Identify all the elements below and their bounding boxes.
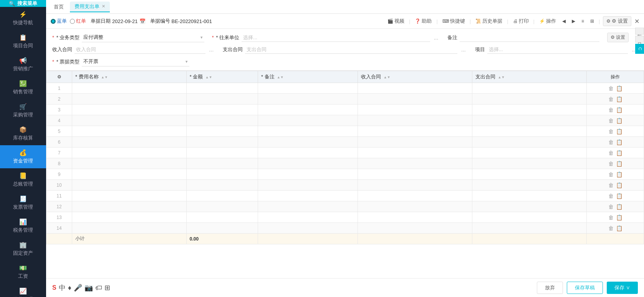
delete-row-icon[interactable]: 🗑 xyxy=(608,128,614,134)
cell-notes[interactable] xyxy=(258,223,358,234)
cell-income-contract[interactable] xyxy=(358,83,472,94)
cell-notes[interactable] xyxy=(258,137,358,148)
sidebar-item-finance[interactable]: 💰 资金管理 xyxy=(0,145,46,168)
right-tab-attach[interactable]: 附 xyxy=(635,28,644,35)
sidebar-item-purchase[interactable]: 🛒 采购管理 xyxy=(0,99,46,122)
delete-row-icon[interactable]: 🗑 xyxy=(608,204,614,210)
cell-amount[interactable] xyxy=(186,223,258,234)
save-button[interactable]: 保存 ∨ xyxy=(607,282,638,294)
delete-row-icon[interactable]: 🗑 xyxy=(608,225,614,231)
cell-notes[interactable] xyxy=(258,115,358,126)
nav-next-btn[interactable]: ▶ xyxy=(570,18,577,25)
cell-expense-name[interactable] xyxy=(72,126,187,137)
footer-icon-grid[interactable]: ⊞ xyxy=(104,284,110,292)
cell-expense-contract[interactable] xyxy=(472,148,587,158)
cell-income-contract[interactable] xyxy=(358,201,472,212)
cell-notes[interactable] xyxy=(258,126,358,137)
cell-amount[interactable] xyxy=(186,191,258,201)
copy-row-icon[interactable]: 📋 xyxy=(616,96,622,102)
cell-notes[interactable] xyxy=(258,105,358,115)
delete-row-icon[interactable]: 🗑 xyxy=(608,118,614,124)
cell-amount[interactable] xyxy=(186,115,258,126)
cell-expense-contract[interactable] xyxy=(472,201,587,212)
cell-notes[interactable] xyxy=(258,212,358,223)
view-grid-btn[interactable]: ⊞ xyxy=(589,18,596,25)
col-gear[interactable]: ⚙ xyxy=(46,71,72,83)
cell-expense-contract[interactable] xyxy=(472,212,587,223)
cell-notes[interactable] xyxy=(258,169,358,180)
cell-expense-contract[interactable] xyxy=(472,83,587,94)
cell-expense-name[interactable] xyxy=(72,115,187,126)
cell-income-contract[interactable] xyxy=(358,126,472,137)
cell-expense-name[interactable] xyxy=(72,137,187,148)
cell-expense-contract[interactable] xyxy=(472,126,587,137)
delete-row-icon[interactable]: 🗑 xyxy=(608,96,614,102)
cell-income-contract[interactable] xyxy=(358,105,472,115)
cell-income-contract[interactable] xyxy=(358,191,472,201)
delete-row-icon[interactable]: 🗑 xyxy=(608,139,614,145)
col-amount[interactable]: * 金额 ▲▼ xyxy=(186,71,258,83)
cell-income-contract[interactable] xyxy=(358,94,472,105)
footer-icon-mic[interactable]: 🎤 xyxy=(74,284,82,292)
cell-expense-contract[interactable] xyxy=(472,169,587,180)
footer-icon-camera[interactable]: 📷 xyxy=(84,284,93,292)
cell-amount[interactable] xyxy=(186,180,258,191)
print-btn[interactable]: 🖨 打印 xyxy=(512,17,530,25)
copy-row-icon[interactable]: 📋 xyxy=(616,150,622,156)
cell-income-contract[interactable] xyxy=(358,169,472,180)
nav-prev-btn[interactable]: ◀ xyxy=(561,18,567,25)
cell-expense-name[interactable] xyxy=(72,180,187,191)
cell-expense-name[interactable] xyxy=(72,105,187,115)
copy-row-icon[interactable]: 📋 xyxy=(616,161,622,167)
radio-red-input[interactable] xyxy=(70,19,75,24)
delete-row-icon[interactable]: 🗑 xyxy=(608,150,614,156)
copy-row-icon[interactable]: 📋 xyxy=(616,214,622,221)
cell-expense-name[interactable] xyxy=(72,212,187,223)
help-btn[interactable]: ❓ 助助 xyxy=(413,17,433,25)
cell-expense-contract[interactable] xyxy=(472,137,587,148)
income-contract-input[interactable] xyxy=(74,45,205,54)
cell-amount[interactable] xyxy=(186,105,258,115)
project-input[interactable] xyxy=(487,45,628,54)
cell-expense-contract[interactable] xyxy=(472,223,587,234)
delete-row-icon[interactable]: 🗑 xyxy=(608,161,614,167)
copy-row-icon[interactable]: 📋 xyxy=(616,204,622,210)
col-expense-name[interactable]: * 费用名称 ▲▼ xyxy=(72,71,187,83)
cell-expense-name[interactable] xyxy=(72,169,187,180)
cell-amount[interactable] xyxy=(186,83,258,94)
tab-home[interactable]: 首页 xyxy=(49,2,68,12)
sidebar-item-invoice[interactable]: 🧾 发票管理 xyxy=(0,191,46,214)
cell-expense-name[interactable] xyxy=(72,191,187,201)
cell-notes[interactable] xyxy=(258,191,358,201)
discard-button[interactable]: 放弃 xyxy=(537,282,563,294)
cell-amount[interactable] xyxy=(186,212,258,223)
sidebar-item-payroll[interactable]: 💵 工资 xyxy=(0,260,46,284)
video-btn[interactable]: 🎬 视频 xyxy=(386,17,406,25)
cell-expense-contract[interactable] xyxy=(472,191,587,201)
sidebar-header[interactable]: 🔍 搜索菜单 xyxy=(0,0,46,7)
cell-income-contract[interactable] xyxy=(358,223,472,234)
view-list-btn[interactable]: ≡ xyxy=(580,18,586,25)
copy-row-icon[interactable]: 📋 xyxy=(616,128,622,134)
copy-row-icon[interactable]: 📋 xyxy=(616,85,622,91)
settings-button[interactable]: ⚙ ⚙ 设置 xyxy=(603,16,631,26)
cell-income-contract[interactable] xyxy=(358,180,472,191)
radio-blue-input[interactable] xyxy=(51,19,56,24)
cell-income-contract[interactable] xyxy=(358,212,472,223)
sidebar-item-quick-nav[interactable]: ⚡ 快捷导航 xyxy=(0,7,46,30)
cell-notes[interactable] xyxy=(258,148,358,158)
tab-expense-form[interactable]: 费用支出单 ✕ xyxy=(70,2,110,12)
cell-expense-name[interactable] xyxy=(72,223,187,234)
cell-notes[interactable] xyxy=(258,158,358,169)
expense-contract-ellipsis[interactable]: ... xyxy=(460,46,467,53)
top-settings-btn[interactable]: ⚙ 设置 xyxy=(607,33,629,42)
col-income-contract[interactable]: 收入合同 ▲▼ xyxy=(358,71,472,83)
business-type-select[interactable]: 应付调整 ▾ xyxy=(82,33,204,42)
footer-icon-tag[interactable]: 🏷 xyxy=(95,284,102,292)
cell-expense-name[interactable] xyxy=(72,158,187,169)
cell-expense-name[interactable] xyxy=(72,148,187,158)
cell-expense-contract[interactable] xyxy=(472,105,587,115)
save-draft-button[interactable]: 保存草稿 xyxy=(567,282,603,294)
cell-amount[interactable] xyxy=(186,201,258,212)
right-tab-log[interactable]: 日 xyxy=(635,36,644,43)
